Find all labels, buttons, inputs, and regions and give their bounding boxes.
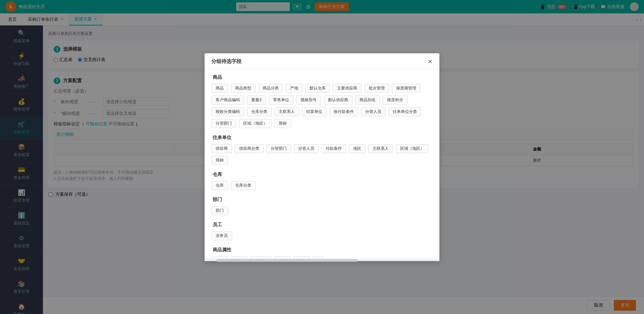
field-tag[interactable]: 区域（地区） <box>396 144 429 153</box>
field-tag[interactable]: 仓库分类 <box>231 181 256 190</box>
field-group-goods: 商品 商品 商品类型 商品分类 产地 默认仓库 主要供应商 批次管理 保质期管理… <box>211 74 433 128</box>
field-tag[interactable]: 商品 <box>211 84 228 93</box>
field-tag[interactable]: 客户商品编码 <box>211 96 244 105</box>
field-tag[interactable]: 简称 <box>211 156 228 165</box>
field-tag[interactable]: 供应商分类 <box>235 144 264 153</box>
field-group-goods-attr: 商品属性 属性 颜色 多规格 尺码 鞋码 1 <box>211 247 433 259</box>
field-tag[interactable]: 分管人员 <box>361 107 386 116</box>
modal-body: 商品 商品 商品类型 商品分类 产地 默认仓库 主要供应商 批次管理 保质期管理… <box>205 69 439 259</box>
modal-hscroll-thumb[interactable] <box>216 259 357 262</box>
modal: 分组待选字段 ✕ 商品 商品 商品类型 商品分类 产地 默认仓库 主要供应商 批… <box>205 53 439 261</box>
field-tag[interactable]: 鞋码 <box>293 256 310 259</box>
field-group-staff-title: 员工 <box>211 222 433 228</box>
field-group-staff: 员工 业务员 <box>211 222 433 240</box>
field-group-warehouse: 仓库 仓库 仓库分类 <box>211 172 433 190</box>
field-group-goods-title: 商品 <box>211 74 433 80</box>
field-tag[interactable]: 区域（地区） <box>239 119 272 128</box>
field-tag[interactable]: 尺码 <box>274 256 290 259</box>
field-tag[interactable]: 颜色 <box>231 256 248 259</box>
field-tag[interactable]: 零售单位 <box>269 96 293 105</box>
field-tag[interactable]: 地区 <box>349 144 366 153</box>
modal-header: 分组待选字段 ✕ <box>205 53 439 69</box>
field-tag[interactable]: 保质期管理 <box>392 84 421 93</box>
field-tag[interactable]: 1 <box>313 256 324 259</box>
field-tag[interactable]: 分管部门 <box>266 144 291 153</box>
field-tag[interactable]: 仓库 <box>211 181 228 190</box>
field-tag[interactable]: 仓库分类 <box>247 107 272 116</box>
field-tags-goods: 商品 商品类型 商品分类 产地 默认仓库 主要供应商 批次管理 保质期管理 客户… <box>211 84 433 128</box>
field-group-dept: 部门 部门 <box>211 197 433 215</box>
field-tag[interactable]: 分管人员 <box>294 144 319 153</box>
field-tag[interactable]: 产地 <box>286 84 303 93</box>
modal-hscroll[interactable] <box>205 259 439 261</box>
field-tag[interactable]: 往来单位分类 <box>388 107 421 116</box>
field-tag[interactable]: 商品别名 <box>355 96 380 105</box>
modal-title: 分组待选字段 <box>211 58 241 65</box>
field-tag[interactable]: 商品类型 <box>231 84 256 93</box>
field-group-warehouse-title: 仓库 <box>211 172 433 178</box>
field-tag[interactable]: 拣货积分 <box>383 96 408 105</box>
field-tags-goods-attr: 属性 颜色 多规格 尺码 鞋码 1 <box>211 256 433 259</box>
field-tag[interactable]: 收付款条件 <box>329 107 358 116</box>
field-tags-partner: 供应商 供应商分类 分管部门 分管人员 付款条件 地区 主联系人 区域（地区） … <box>211 144 433 165</box>
modal-overlay: 分组待选字段 ✕ 商品 商品 商品类型 商品分类 产地 默认仓库 主要供应商 批… <box>0 0 644 314</box>
field-group-partner: 往来单位 供应商 供应商分类 分管部门 分管人员 付款条件 地区 主联系人 区域… <box>211 135 433 165</box>
field-group-goods-attr-title: 商品属性 <box>211 247 433 253</box>
modal-close-button[interactable]: ✕ <box>428 58 433 65</box>
field-tag[interactable]: 主联系人 <box>274 107 299 116</box>
field-tag[interactable]: 主联系人 <box>368 144 393 153</box>
field-tag[interactable]: 分管部门 <box>211 119 236 128</box>
field-group-dept-title: 部门 <box>211 197 433 203</box>
field-group-partner-title: 往来单位 <box>211 135 433 141</box>
field-tag[interactable]: 重量3 <box>247 96 266 105</box>
field-tags-warehouse: 仓库 仓库分类 <box>211 181 433 190</box>
field-tag[interactable]: 默认供应商 <box>324 96 353 105</box>
field-tag[interactable]: 多规格 <box>250 256 271 259</box>
field-tags-staff: 业务员 <box>211 231 433 240</box>
field-tag[interactable]: 税收分类编码 <box>211 107 244 116</box>
field-tag[interactable]: 主要供应商 <box>333 84 362 93</box>
field-tag[interactable]: 简称 <box>274 119 291 128</box>
field-tag[interactable]: 供应商 <box>211 144 232 153</box>
field-tag[interactable]: 批次管理 <box>364 84 389 93</box>
field-tag[interactable]: 属性 <box>211 256 228 259</box>
field-tag[interactable]: 商品分类 <box>258 84 283 93</box>
field-tags-dept: 部门 <box>211 206 433 215</box>
field-tag[interactable]: 默认仓库 <box>305 84 330 93</box>
field-tag[interactable]: 业务员 <box>211 231 232 240</box>
field-tag[interactable]: 规格型号 <box>296 96 321 105</box>
field-tag[interactable]: 结算单位 <box>302 107 327 116</box>
field-tag[interactable]: 部门 <box>211 206 228 215</box>
field-tag[interactable]: 付款条件 <box>321 144 346 153</box>
